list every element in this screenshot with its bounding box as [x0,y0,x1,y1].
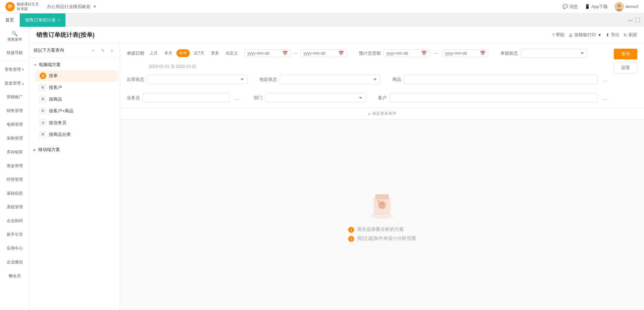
search-icon: 🔍 [3,31,26,36]
customer-input[interactable] [389,93,598,102]
message-button[interactable]: 💬 消息 [562,4,578,10]
date-btn-more[interactable]: 更多 [208,49,222,57]
salesperson-input[interactable] [143,93,230,102]
customer-more-icon[interactable]: … [600,95,610,101]
sidebar-item-wholesale-mgmt[interactable]: 批发管理 ▲ [0,76,29,90]
expected-date-start-field[interactable] [386,51,420,56]
scheme-item-by-customer-goods[interactable]: 客 按客户+商品 [36,105,118,117]
department-select[interactable] [265,93,366,102]
date-btn-last-month[interactable]: 上月 [147,49,160,57]
sidebar-item-enterprise-wechat[interactable]: 企业微信 [0,255,29,269]
tab-bar: 首页 销售订单统计表 × — ⛶ [0,13,644,27]
content-area: 销售订单统计表(按单) ? 帮助 🖨 按模板打印 ▼ ⬆ 导出 ↻ 刷新 [30,27,644,310]
sidebar-item-vip-member[interactable]: 畅会员 [0,269,29,283]
sidebar-item-finance-mgmt[interactable]: 资金管理 [0,159,29,173]
scheme-item-by-order[interactable]: 按 按单 [36,70,118,82]
date-btn-last-7-days[interactable]: 近7天 [191,49,207,57]
help-icon: ? [552,33,554,38]
empty-illustration [365,188,399,221]
collapse-bar-text: ∧ 收起更多条件 [368,111,396,116]
goods-more-icon[interactable]: … [600,76,610,83]
scheme-item-by-salesperson[interactable]: 业 按业务员 [36,117,118,128]
top-bar-left: 好 畅捷通好生意 标准版 办公用品行业模拟账套 ▼ [5,2,97,11]
help-button[interactable]: ? 帮助 [552,32,565,38]
scheme-section-pc-header[interactable]: ▼ 电脑端方案 [30,60,120,70]
query-button[interactable]: 查询 [614,49,637,59]
expected-date-sep: — [434,51,438,56]
expected-date-end-field[interactable] [445,51,479,56]
page-header: 销售订单统计表(按单) ? 帮助 🖨 按模板打印 ▼ ⬆ 导出 ↻ 刷新 [30,27,644,43]
sidebar-item-new-user-guide[interactable]: 新手引导 [0,228,29,242]
settings-button[interactable]: 设置 [614,62,637,73]
sidebar-item-system-mgmt[interactable]: 系统管理 [0,200,29,214]
scheme-item-icon-by-order: 按 [40,72,46,79]
collapse-bar[interactable]: ∧ 收起更多条件 [120,108,644,119]
ship-status-select[interactable]: 未出库 部分出库 已出库 [147,75,248,84]
sidebar-item-purchase-mgmt[interactable]: 采购管理 [0,132,29,145]
logo-text: 畅捷通好生意 标准版 [17,2,39,11]
app-download-button[interactable]: 📱 App下载 [585,4,608,10]
sidebar-item-marketing[interactable]: 营销推广 [0,90,29,104]
bill-status-select[interactable]: 草稿 审核中 已审核 [521,49,588,58]
sidebar-item-enterprise-collab[interactable]: 企业协同 [0,214,29,228]
scheme-collapse-button[interactable]: « [108,47,116,54]
goods-input[interactable] [404,75,598,84]
expected-date-end-input[interactable]: 📅 [442,49,488,57]
scheme-item-icon-by-gc: 商 [40,131,46,138]
avatar [614,2,624,11]
export-icon: ⬆ [606,33,609,38]
calendar-icon-2: 📅 [338,51,344,56]
scheme-item-by-goods-category[interactable]: 商 按商品分类 [36,129,118,140]
sidebar-item-inventory[interactable]: 库存核算 [0,145,29,159]
sidebar-item-quick-nav[interactable]: 快捷导航 [0,46,29,60]
sidebar-item-app-center[interactable]: 应用中心 [0,242,29,255]
breadcrumb[interactable]: 办公用品行业模拟账套 ▼ [47,4,97,10]
message-icon: 💬 [562,4,568,9]
tab-maximize-icon[interactable]: ⛶ [635,17,640,23]
template-print-button[interactable]: 🖨 按模板打印 ▼ [569,32,602,38]
scheme-edit-button[interactable]: ✎ [99,47,106,54]
query-btn-group: 查询 设置 [614,49,637,73]
print-dropdown-icon: ▼ [597,33,602,38]
salesperson-more-icon[interactable]: … [232,95,242,101]
date-start-field[interactable] [248,51,281,56]
arrow-icon: ▲ [21,82,25,85]
scheme-item-by-goods[interactable]: 商 按商品 [36,94,118,105]
date-end-input[interactable]: 📅 [301,49,347,57]
page-actions: ? 帮助 🖨 按模板打印 ▼ ⬆ 导出 ↻ 刷新 [552,32,637,38]
sidebar-item-ecommerce-mgmt[interactable]: 电商管理 [0,118,29,132]
empty-state: 1 请先选择要分析的方案 2 用[过滤]条件来缩小分析范围 [120,119,644,310]
date-btn-custom[interactable]: 自定义 [223,49,240,57]
scheme-item-icon-by-sales: 业 [40,119,46,126]
export-button[interactable]: ⬆ 导出 [606,32,620,38]
collect-status-select[interactable]: 未收款 部分收款 已收款 [280,75,380,84]
scheme-item-icon-by-customer: 客 [40,84,46,91]
scheme-list-pc: 按 按单 客 按客户 商 按商品 客 按客户+商 [30,70,120,140]
tab-close-icon[interactable]: × [58,18,60,22]
empty-tips: 1 请先选择要分析的方案 2 用[过滤]条件来缩小分析范围 [348,226,416,242]
expected-date-start-input[interactable]: 📅 [383,49,430,57]
date-end-field[interactable] [304,51,337,56]
sidebar-item-search[interactable]: 🔍 搜索菜单 [0,27,29,46]
breadcrumb-arrow-icon: ▼ [93,4,97,9]
date-start-input[interactable]: 📅 [245,49,291,57]
svg-point-1 [618,4,621,7]
scheme-section-mobile-header[interactable]: ▶ 移动端方案 [30,145,120,155]
sidebar-item-operation-mgmt[interactable]: 经营管理 [0,173,29,187]
logo-icon: 好 [5,2,15,11]
tab-home[interactable]: 首页 [0,13,20,27]
tab-minimize-icon[interactable]: — [628,17,633,23]
calendar-icon-3: 📅 [421,51,427,56]
sidebar-item-sales-mgmt[interactable]: 销售管理 [0,104,29,118]
sidebar-item-basic-info[interactable]: 基础信息 [0,187,29,200]
scheme-item-by-customer[interactable]: 客 按客户 [36,82,118,93]
refresh-button[interactable]: ↻ 刷新 [624,32,637,38]
scheme-section-mobile: ▶ 移动端方案 [30,143,120,157]
date-btn-this-year[interactable]: 本年 [176,49,190,57]
svg-point-8 [383,203,384,205]
date-btn-this-month[interactable]: 本月 [162,49,175,57]
sidebar-item-retail-mgmt[interactable]: 零售管理 ▼ [0,63,29,76]
user-area[interactable]: demo2 [614,2,639,11]
scheme-add-button[interactable]: + [90,47,97,54]
tab-sales-order-stat[interactable]: 销售订单统计表 × [20,13,66,27]
